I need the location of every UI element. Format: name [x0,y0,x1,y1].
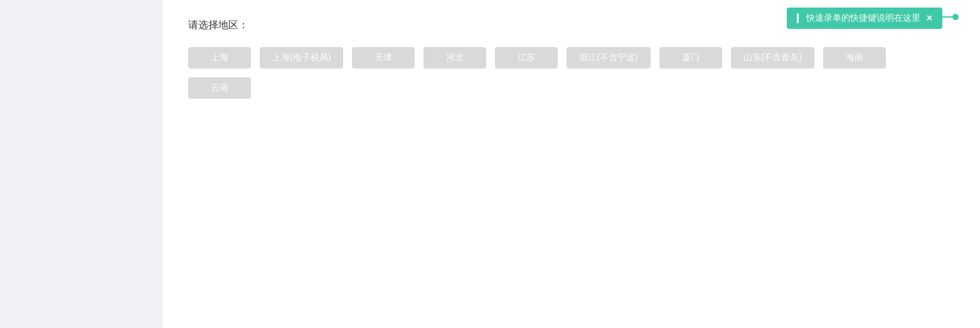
region-button-jiangsu[interactable]: 江苏 [495,47,558,68]
tooltip-banner[interactable]: 快速录单的快捷键说明在这里 × [787,8,942,29]
region-button-hainan[interactable]: 海南 [823,47,886,68]
main-content: 请选择地区： 上海上海(电子税局)天津河北江苏浙江(不含宁波)厦门山东(不含青岛… [163,0,980,328]
region-button-shanghai-etax[interactable]: 上海(电子税局) [260,47,343,68]
region-button-yunnan[interactable]: 云南 [188,77,251,99]
region-button-xiamen[interactable]: 厦门 [659,47,722,68]
region-button-shanghai[interactable]: 上海 [188,47,251,68]
region-button-shandong[interactable]: 山东(不含青岛) [731,47,814,68]
tooltip-text: 快速录单的快捷键说明在这里 [806,13,920,24]
left-sidebar [0,0,163,328]
region-button-zhejiang[interactable]: 浙江(不含宁波) [567,47,650,68]
region-button-hebei[interactable]: 河北 [423,47,486,68]
region-button-tianjin[interactable]: 天津 [352,47,415,68]
tooltip-connector-dot [952,14,959,20]
region-buttons-container: 上海上海(电子税局)天津河北江苏浙江(不含宁波)厦门山东(不含青岛)海南云南 [188,47,955,99]
tooltip-connector-line [942,16,952,18]
tooltip-close-button[interactable]: × [927,13,932,23]
